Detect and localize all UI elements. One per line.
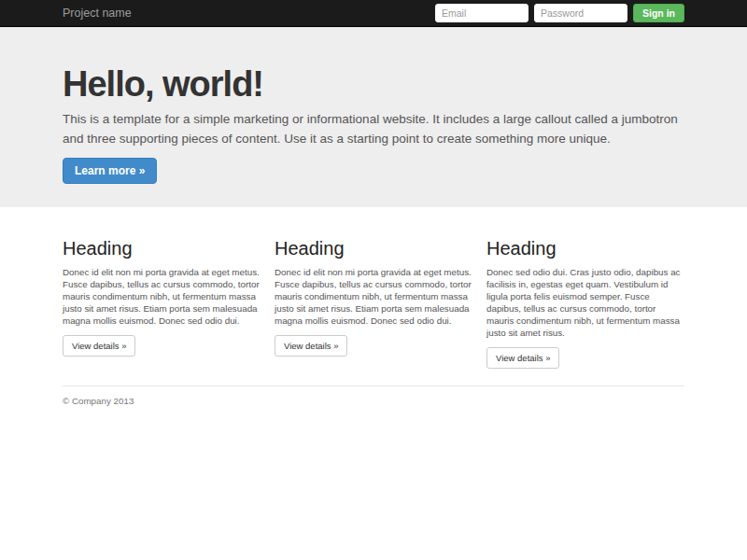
signin-form: Sign in <box>435 4 684 22</box>
copyright-text: © Company 2013 <box>63 396 684 406</box>
password-field[interactable] <box>534 4 627 22</box>
footer-divider <box>63 385 684 386</box>
learn-more-button[interactable]: Learn more » <box>63 158 157 184</box>
column-heading: Heading <box>275 238 472 259</box>
page-title: Hello, world! <box>63 66 684 102</box>
jumbotron: Hello, world! This is a template for a s… <box>0 27 747 207</box>
marketing-column-2: Heading Donec id elit non mi porta gravi… <box>275 238 472 369</box>
email-field[interactable] <box>435 4 529 22</box>
marketing-section: Heading Donec id elit non mi porta gravi… <box>63 238 684 406</box>
marketing-column-3: Heading Donec sed odio dui. Cras justo o… <box>486 238 684 369</box>
signin-button[interactable]: Sign in <box>633 4 684 22</box>
column-heading: Heading <box>63 238 261 259</box>
marketing-column-1: Heading Donec id elit non mi porta gravi… <box>63 238 261 369</box>
column-text: Donec sed odio dui. Cras justo odio, dap… <box>486 266 684 339</box>
jumbotron-description: This is a template for a simple marketin… <box>63 109 684 148</box>
view-details-button-3[interactable]: View details » <box>486 347 559 369</box>
view-details-button-2[interactable]: View details » <box>275 335 347 357</box>
footer: © Company 2013 <box>63 385 684 406</box>
brand-link[interactable]: Project name <box>63 7 132 20</box>
column-text: Donec id elit non mi porta gravida at eg… <box>275 266 472 327</box>
top-navbar: Project name Sign in <box>0 0 747 27</box>
column-text: Donec id elit non mi porta gravida at eg… <box>63 266 261 327</box>
column-heading: Heading <box>486 238 684 259</box>
view-details-button-1[interactable]: View details » <box>63 335 135 357</box>
